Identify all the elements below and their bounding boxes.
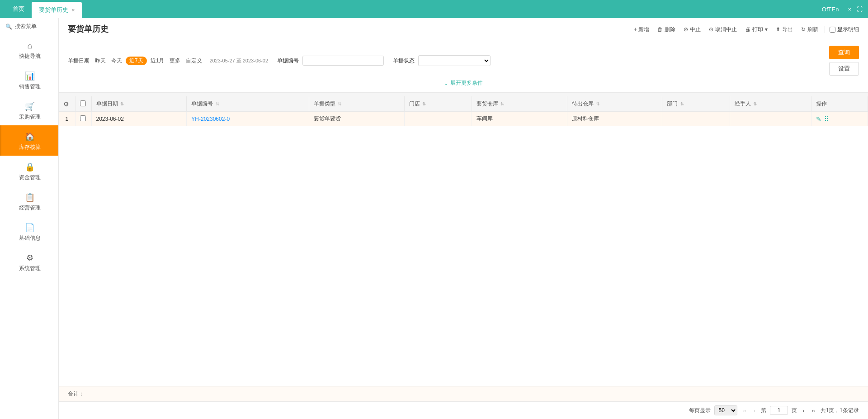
refresh-label: 刷新 xyxy=(807,26,818,33)
sort-number-icon[interactable]: ⇅ xyxy=(216,101,219,106)
topbar-fullscreen-btn[interactable]: ⛶ xyxy=(857,6,863,13)
row-actions: ✎ ⠿ xyxy=(811,112,868,126)
th-req-warehouse: 要货仓库 ⇅ xyxy=(472,96,567,112)
print-button[interactable]: 🖨 打印 ▾ xyxy=(743,25,769,34)
cancel-stop-icon: ⊙ xyxy=(709,26,713,33)
table-area: ⚙ 单据日期 ⇅ 单据编号 ⇅ xyxy=(59,96,868,386)
tab-history[interactable]: 要货单历史 × xyxy=(32,2,82,18)
doc-status-select[interactable] xyxy=(418,55,491,66)
doc-status-label: 单据状态 xyxy=(393,57,415,65)
data-table: ⚙ 单据日期 ⇅ 单据编号 ⇅ xyxy=(59,96,868,126)
filter-buttons: 查询 设置 xyxy=(829,46,859,76)
sidebar-item-system[interactable]: ⚙ 系统管理 xyxy=(0,247,58,277)
sidebar-search[interactable]: 🔍 搜索菜单 xyxy=(0,18,58,35)
th-number-label: 单据编号 xyxy=(191,100,213,107)
tab-history-close[interactable]: × xyxy=(72,7,75,13)
doc-number-label: 单据编号 xyxy=(277,57,299,65)
date-btn-yesterday[interactable]: 昨天 xyxy=(93,57,108,65)
table-footer: 合计： xyxy=(59,386,868,401)
sort-date-icon[interactable]: ⇅ xyxy=(120,101,124,106)
delete-label: 删除 xyxy=(665,26,675,33)
date-btn-more[interactable]: 更多 xyxy=(168,57,182,65)
topbar-right: OfTEn × ⛶ xyxy=(822,6,863,13)
sidebar-item-label: 库存核算 xyxy=(19,143,41,151)
query-button[interactable]: 查询 xyxy=(829,46,859,59)
chart-icon: 📊 xyxy=(25,71,35,81)
sidebar: 🔍 搜索菜单 ⌂ 快捷导航 📊 销售管理 🛒 采购管理 🏠 库存核算 🔒 资金管… xyxy=(0,18,59,419)
page-header: 要货单历史 + 新增 🗑 删除 ⊘ 中止 ⊙ 取消中止 🖨 打印 xyxy=(59,18,868,40)
sort-store-icon[interactable]: ⇅ xyxy=(422,101,426,106)
date-btn-custom[interactable]: 自定义 xyxy=(184,57,204,65)
clipboard-icon: 📋 xyxy=(25,192,35,202)
export-button[interactable]: ⬆ 导出 xyxy=(774,25,795,34)
sum-label: 合计： xyxy=(68,390,84,397)
set-button[interactable]: 设置 xyxy=(829,62,859,76)
last-page-btn[interactable]: » xyxy=(810,407,816,414)
display-detail-checkbox[interactable] xyxy=(830,27,835,33)
th-date-label: 单据日期 xyxy=(96,100,118,107)
inventory-icon: 🏠 xyxy=(25,132,35,142)
stop-icon: ⊘ xyxy=(684,26,688,33)
display-detail-label: 显示明细 xyxy=(837,26,859,33)
home-icon: ⌂ xyxy=(28,41,33,51)
table-header-row: ⚙ 单据日期 ⇅ 单据编号 ⇅ xyxy=(59,96,868,112)
page-input[interactable] xyxy=(770,406,788,415)
doc-link[interactable]: YH-20230602-0 xyxy=(191,116,230,122)
print-label: 打印 xyxy=(752,26,763,33)
sort-req-warehouse-icon[interactable]: ⇅ xyxy=(500,101,504,106)
delete-button[interactable]: 🗑 删除 xyxy=(656,25,677,34)
display-detail-toggle[interactable]: 显示明细 xyxy=(830,26,859,33)
print-icon: 🖨 xyxy=(745,26,750,33)
chevron-down-icon: ⌄ xyxy=(444,80,448,86)
settings-icon[interactable]: ⚙ xyxy=(63,100,69,108)
sort-department-icon[interactable]: ⇅ xyxy=(680,101,684,106)
sort-pending-warehouse-icon[interactable]: ⇅ xyxy=(596,101,599,106)
tab-home-label: 首页 xyxy=(13,5,24,13)
sidebar-item-sales[interactable]: 📊 销售管理 xyxy=(0,65,58,95)
print-dropdown-icon[interactable]: ▾ xyxy=(765,26,768,33)
sidebar-item-label: 快捷导航 xyxy=(19,52,41,60)
sidebar-item-finance[interactable]: 🔒 资金管理 xyxy=(0,156,58,186)
row-date: 2023-06-02 xyxy=(91,112,187,126)
lock-icon: 🔒 xyxy=(25,162,35,172)
tab-bar: 首页 要货单历史 × xyxy=(5,0,822,18)
expand-more-btn[interactable]: ⌄ 展开更多条件 xyxy=(68,79,859,87)
sort-type-icon[interactable]: ⇅ xyxy=(338,101,341,106)
row-handler xyxy=(730,112,811,126)
date-btn-today[interactable]: 今天 xyxy=(109,57,124,65)
topbar-close-btn[interactable]: × xyxy=(848,6,851,13)
first-page-btn[interactable]: « xyxy=(741,407,748,414)
cancel-stop-button[interactable]: ⊙ 取消中止 xyxy=(707,25,739,34)
toolbar-divider xyxy=(825,26,825,33)
th-pending-warehouse-label: 待出仓库 xyxy=(572,100,594,107)
sidebar-search-label: 搜索菜单 xyxy=(15,23,37,30)
row-checkbox[interactable] xyxy=(80,115,86,121)
date-btn-1month[interactable]: 近1月 xyxy=(149,57,166,65)
th-store-label: 门店 xyxy=(409,100,420,107)
th-department: 部门 ⇅ xyxy=(662,96,730,112)
th-type: 单据类型 ⇅ xyxy=(309,96,404,112)
date-buttons: 昨天 今天 近7天 近1月 更多 自定义 xyxy=(93,57,204,65)
sidebar-item-quick-nav[interactable]: ⌂ 快捷导航 xyxy=(0,35,58,65)
sidebar-item-inventory[interactable]: 🏠 库存核算 xyxy=(0,125,58,156)
more-action-icon[interactable]: ⠿ xyxy=(824,115,829,123)
stop-button[interactable]: ⊘ 中止 xyxy=(682,25,703,34)
sidebar-item-basics[interactable]: 📄 基础信息 xyxy=(0,216,58,247)
date-btn-7days[interactable]: 近7天 xyxy=(126,57,147,65)
tab-home[interactable]: 首页 xyxy=(5,0,32,18)
prev-page-btn[interactable]: ‹ xyxy=(752,407,757,414)
new-button[interactable]: + 新增 xyxy=(632,25,651,34)
refresh-button[interactable]: ↻ 刷新 xyxy=(799,25,820,34)
sidebar-item-purchase[interactable]: 🛒 采购管理 xyxy=(0,95,58,125)
th-pending-warehouse: 待出仓库 ⇅ xyxy=(567,96,662,112)
th-type-label: 单据类型 xyxy=(314,100,335,107)
doc-number-input[interactable] xyxy=(302,56,384,66)
per-page-select[interactable]: 50 100 xyxy=(714,405,737,415)
edit-action-icon[interactable]: ✎ xyxy=(816,115,821,123)
next-page-btn[interactable]: › xyxy=(801,407,806,414)
page-unit: 页 xyxy=(792,407,797,414)
sort-handler-icon[interactable]: ⇅ xyxy=(753,101,757,106)
row-req-warehouse: 车间库 xyxy=(472,112,567,126)
select-all-checkbox[interactable] xyxy=(80,100,86,106)
sidebar-item-operations[interactable]: 📋 经营管理 xyxy=(0,186,58,216)
